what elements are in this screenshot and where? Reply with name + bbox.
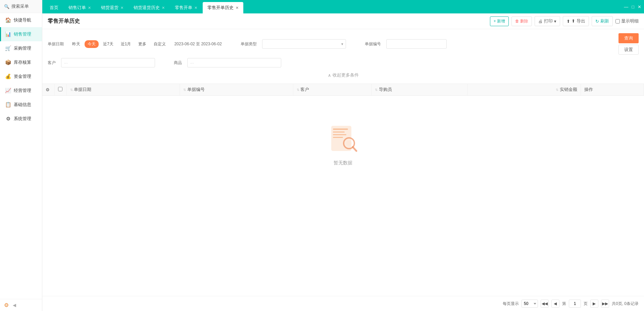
print-button[interactable]: 🖨 打印 ▾ (535, 16, 560, 26)
window-close-icon[interactable]: ✕ (638, 4, 641, 9)
nav-icon-inventory: 📦 (5, 59, 11, 65)
content-area: 零售开单历史 + 新增 🗑 删除 🖨 打印 ▾ ⬆ ⬆ 导出 ↻ 刷新 显示明细 (42, 13, 644, 311)
nav-label-finance: 资金管理 (14, 73, 31, 80)
sidebar-search-label: 搜索采单 (11, 3, 29, 9)
th-docno-sort-icon[interactable]: ⇅ (183, 88, 186, 92)
nav-icon-purchase-mgmt: 🛒 (5, 45, 11, 51)
date-btn-1month[interactable]: 近1月 (118, 40, 134, 48)
th-amount: ⇅ 实销金额 (467, 84, 581, 96)
sidebar-item-operations[interactable]: 📈经营管理 (0, 84, 42, 98)
empty-state-row: 暂无数据 (42, 96, 644, 180)
column-settings-icon[interactable]: ⚙ (46, 87, 50, 92)
th-amount-label: 实销金额 (560, 87, 577, 92)
th-guide: ⇅ 导购员 (371, 84, 467, 96)
tab-label-sales-return: 销货退货 (101, 5, 118, 11)
nav-label-base-info: 基础信息 (14, 102, 31, 108)
refresh-button[interactable]: ↻ 刷新 (592, 16, 613, 26)
tab-close-retail-open-history[interactable]: ✕ (236, 6, 239, 10)
customer-placeholder: ··· (64, 60, 152, 65)
first-page-button[interactable]: ◀◀ (541, 300, 549, 308)
product-input-wrapper[interactable]: ··· (187, 58, 281, 67)
nav-icon-quick-nav: 🏠 (5, 17, 11, 23)
page-label: 第 (562, 301, 566, 307)
show-detail-label: 显示明细 (621, 18, 639, 24)
tab-close-sales-order[interactable]: ✕ (88, 6, 91, 10)
last-page-button[interactable]: ▶▶ (601, 300, 609, 308)
delete-button[interactable]: 🗑 删除 (511, 16, 532, 26)
next-page-button[interactable]: ▶ (590, 300, 598, 308)
date-btn-today[interactable]: 今天 (85, 40, 99, 48)
table-body: 暂无数据 (42, 96, 644, 180)
show-detail-checkbox[interactable] (615, 19, 620, 23)
per-page-select[interactable]: 50 20 100 200 (522, 300, 538, 308)
page-suffix: 页 (584, 301, 588, 307)
th-date: ⇅ 单据日期 (66, 84, 180, 96)
prev-page-button[interactable]: ◀ (551, 300, 559, 308)
doc-type-select[interactable] (262, 39, 346, 49)
sidebar-item-purchase-mgmt[interactable]: 🛒采购管理 (0, 41, 42, 55)
nav-label-quick-nav: 快捷导航 (14, 17, 31, 23)
th-amount-sort-icon[interactable]: ⇅ (556, 88, 558, 92)
th-customer: ⇅ 客户 (293, 84, 371, 96)
collapse-sidebar-icon[interactable]: ◀ (13, 303, 16, 308)
svg-rect-4 (333, 137, 343, 138)
th-date-sort-icon[interactable]: ⇅ (70, 88, 73, 92)
collapse-label: 收起更多条件 (333, 72, 359, 78)
date-btn-yesterday[interactable]: 昨天 (69, 40, 83, 48)
sidebar-item-inventory[interactable]: 📦库存核算 (0, 55, 42, 69)
export-button[interactable]: ⬆ ⬆ 导出 (563, 16, 589, 26)
collapse-icon: ∧ (328, 73, 331, 78)
date-btn-7days[interactable]: 近7天 (100, 40, 116, 48)
sidebar-item-sales-mgmt[interactable]: 📊销售管理 (0, 27, 42, 41)
th-customer-sort-icon[interactable]: ⇅ (297, 88, 299, 92)
tab-close-sales-return[interactable]: ✕ (120, 6, 123, 10)
print-label: 打印 (544, 18, 553, 24)
th-guide-sort-icon[interactable]: ⇅ (375, 88, 378, 92)
collapse-filter-btn[interactable]: ∧ 收起更多条件 (48, 71, 639, 80)
date-btn-more[interactable]: 更多 (135, 40, 149, 48)
new-button[interactable]: + 新增 (490, 16, 509, 26)
svg-point-7 (346, 141, 352, 146)
data-table: ⚙ ⇅ 单据日期 ⇅ 单据编号 (42, 84, 644, 179)
doc-no-label: 单据编号 (365, 41, 381, 47)
sidebar-search[interactable]: 🔍 搜索采单 (0, 0, 42, 13)
page-number-input[interactable] (569, 300, 581, 308)
customer-label: 客户 (48, 60, 56, 66)
th-checkbox[interactable] (54, 84, 66, 96)
refresh-icon: ↻ (595, 19, 599, 24)
tab-home[interactable]: 首页 (45, 2, 63, 13)
product-label: 商品 (174, 60, 182, 66)
window-maximize-icon[interactable]: □ (632, 4, 634, 9)
customer-input-wrapper[interactable]: ··· (61, 58, 155, 67)
sidebar-item-quick-nav[interactable]: 🏠快捷导航 (0, 13, 42, 27)
select-all-checkbox[interactable] (58, 87, 62, 91)
export-label: ⬆ 导出 (572, 18, 585, 24)
sidebar-item-base-info[interactable]: 📋基础信息 (0, 98, 42, 112)
query-button[interactable]: 查询 (618, 33, 639, 43)
print-dropdown-icon: ▾ (554, 19, 556, 24)
doc-type-label: 单据类型 (241, 41, 257, 47)
sidebar-item-system[interactable]: ⚙系统管理 (0, 112, 42, 126)
show-detail-toggle[interactable]: 显示明细 (615, 18, 639, 24)
tab-close-retail-open[interactable]: ✕ (194, 6, 197, 10)
filter-setting-button[interactable]: 设置 (618, 45, 639, 55)
nav-label-sales-mgmt: 销售管理 (14, 31, 31, 37)
th-date-label: 单据日期 (74, 87, 91, 92)
doc-no-input[interactable] (386, 39, 447, 49)
tab-sales-return[interactable]: 销货退货✕ (96, 2, 128, 13)
tab-retail-open[interactable]: 零售开单✕ (170, 2, 202, 13)
settings-icon[interactable]: ⚙ (4, 302, 9, 308)
nav-label-system: 系统管理 (14, 116, 31, 122)
nav-label-purchase-mgmt: 采购管理 (14, 45, 31, 51)
th-settings[interactable]: ⚙ (42, 84, 54, 96)
date-range-display: 2023-06-02 至 2023-06-02 (174, 41, 221, 47)
sidebar-item-finance[interactable]: 💰资金管理 (0, 69, 42, 84)
date-label: 单据日期 (48, 41, 64, 47)
date-btn-custom[interactable]: 自定义 (151, 40, 169, 48)
tab-sales-order[interactable]: 销售订单✕ (64, 2, 96, 13)
tab-sales-return-history[interactable]: 销货退货历史✕ (129, 2, 169, 13)
window-minimize-icon[interactable]: — (624, 4, 628, 9)
tab-retail-open-history[interactable]: 零售开单历史✕ (203, 2, 243, 13)
table-area: ⚙ ⇅ 单据日期 ⇅ 单据编号 (42, 84, 644, 296)
tab-close-sales-return-history[interactable]: ✕ (162, 6, 165, 10)
